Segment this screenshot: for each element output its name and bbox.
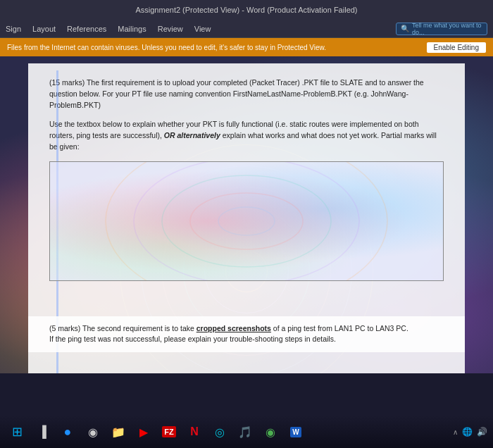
search-box[interactable]: 🔍 Tell me what you want to do... [396, 23, 487, 35]
windows-icon: ⊞ [12, 424, 23, 440]
bottom-para1: (5 marks) The second requirement is to t… [49, 323, 444, 335]
svg-point-0 [106, 162, 387, 280]
protected-warning: Files from the Internet can contain viru… [7, 44, 326, 51]
menu-bar: Sign Layout References Mailings Review V… [0, 20, 493, 38]
title-text: Assignment2 (Protected View) - Word (Pro… [135, 6, 357, 14]
cortana-icon: ● [64, 425, 72, 440]
search-icon: 🔍 [401, 25, 409, 32]
taskbar-task-view[interactable]: ◉ [82, 421, 104, 443]
menu-view[interactable]: View [194, 25, 211, 33]
paragraph1: (15 marks) The first requirement is to u… [49, 77, 444, 111]
taskbar-word[interactable]: W [285, 421, 307, 443]
taskbar-n[interactable]: N [183, 421, 206, 443]
svg-point-2 [162, 175, 331, 267]
enable-editing-button[interactable]: Enable Editing [427, 42, 487, 53]
task-view-icon: ◉ [88, 425, 98, 439]
svg-point-1 [134, 162, 359, 280]
document-area: (15 marks) The first requirement is to u… [0, 56, 493, 373]
text-box[interactable] [49, 161, 444, 281]
taskbar: ⊞ ▐ ● ◉ 📁 ▶ FZ N ◎ 🎵 ◉ W ∧ 🌐 🔊 [0, 416, 493, 448]
menu-layout[interactable]: Layout [32, 25, 56, 33]
menu-sign[interactable]: Sign [6, 25, 21, 33]
word-icon: W [290, 427, 301, 437]
protected-bar: Files from the Internet can contain viru… [0, 38, 493, 56]
menu-references[interactable]: References [67, 25, 106, 33]
svg-point-4 [218, 207, 275, 235]
network-icon: 🌐 [462, 427, 473, 437]
title-bar: Assignment2 (Protected View) - Word (Pro… [0, 0, 493, 20]
paragraph2: Use the textbox below to explain whether… [49, 119, 444, 152]
circle1-icon: ◎ [215, 425, 225, 439]
music-icon: 🎵 [238, 425, 252, 439]
taskbar-media[interactable]: ▶ [132, 421, 155, 443]
menu-review[interactable]: Review [158, 25, 183, 33]
folder-icon: 📁 [111, 425, 125, 439]
bottom-para2: If the ping test was not successful, ple… [49, 334, 444, 345]
search-placeholder: Tell me what you want to do... [412, 22, 482, 36]
taskbar-cortana[interactable]: ● [56, 421, 79, 443]
taskbar-search[interactable]: ▐ [31, 421, 54, 443]
taskbar-music[interactable]: 🎵 [234, 421, 256, 443]
media-icon: ▶ [139, 425, 148, 439]
circle2-icon: ◉ [266, 425, 275, 439]
system-tray-arrow[interactable]: ∧ [453, 428, 458, 436]
taskbar-fz[interactable]: FZ [158, 421, 180, 443]
menu-mailings[interactable]: Mailings [118, 25, 146, 33]
volume-icon: 🔊 [477, 427, 487, 437]
svg-point-3 [190, 193, 303, 249]
taskbar-circle2[interactable]: ◉ [259, 421, 282, 443]
bottom-text-area: (5 marks) The second requirement is to t… [28, 316, 465, 353]
taskbar-file-explorer[interactable]: 📁 [107, 421, 130, 443]
search-icon: ▐ [38, 425, 46, 438]
taskbar-circle1[interactable]: ◎ [208, 421, 231, 443]
windows-start-button[interactable]: ⊞ [6, 421, 28, 443]
n-icon: N [190, 425, 199, 438]
taskbar-right-area: ∧ 🌐 🔊 [453, 427, 487, 437]
text-box-rings-svg [50, 162, 443, 280]
fz-icon: FZ [162, 426, 175, 437]
